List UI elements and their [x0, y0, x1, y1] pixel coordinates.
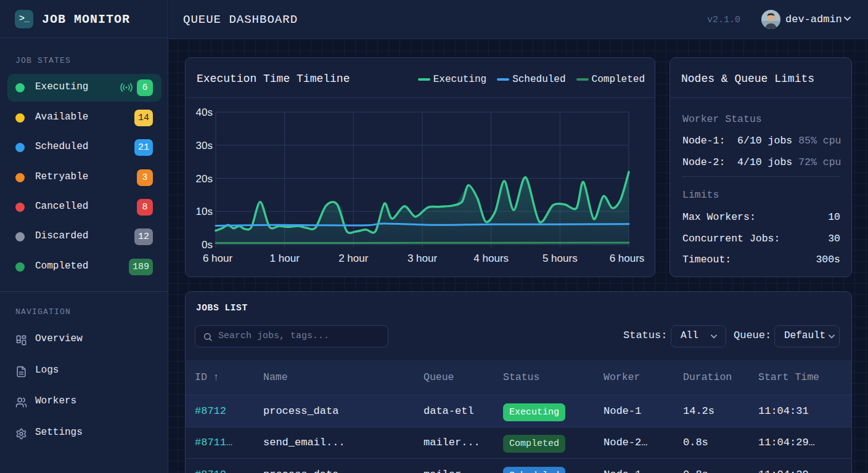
- svg-text:2 hour: 2 hour: [338, 253, 369, 264]
- svg-text:40s: 40s: [196, 107, 213, 118]
- svg-text:3 hour: 3 hour: [407, 253, 438, 264]
- svg-text:4 hours: 4 hours: [473, 253, 509, 264]
- svg-text:30s: 30s: [196, 140, 213, 152]
- svg-text:10s: 10s: [196, 206, 213, 217]
- svg-text:6 hours: 6 hours: [610, 253, 645, 264]
- svg-text:1 hour: 1 hour: [270, 253, 300, 264]
- svg-text:20s: 20s: [196, 173, 213, 185]
- svg-text:0s: 0s: [202, 239, 213, 251]
- svg-text:5 hours: 5 hours: [542, 253, 578, 264]
- svg-text:6 hour: 6 hour: [203, 253, 233, 264]
